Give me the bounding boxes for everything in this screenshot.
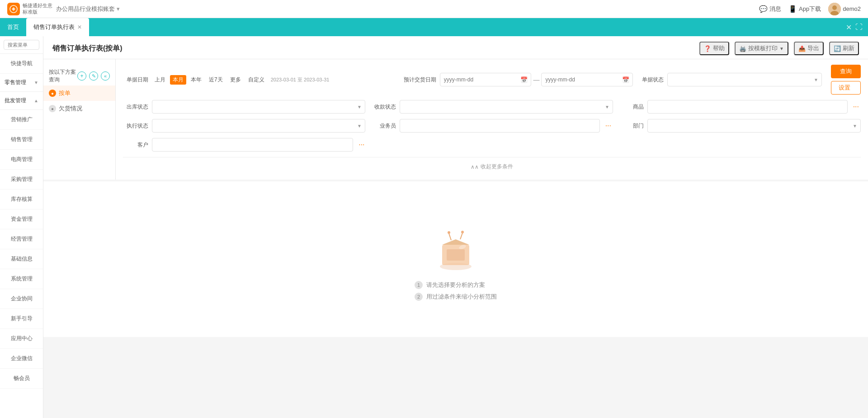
- shipment-status-select-wrapper: ▼: [152, 100, 365, 114]
- sidebar-item-retail-mgmt[interactable]: 零售管理 ▼: [0, 74, 43, 92]
- filter-expected-delivery-field: 预计交货日期 📅 — 📅: [404, 73, 633, 86]
- message-icon: 💬: [759, 5, 768, 13]
- sidebar-item-sales-mgmt[interactable]: 销售管理: [0, 130, 43, 150]
- tab-close-icon[interactable]: ✕: [77, 24, 82, 30]
- goods-more-button[interactable]: ···: [851, 103, 861, 111]
- sidebar-item-ecommerce[interactable]: 电商管理: [0, 150, 43, 170]
- sidebar-item-sales-mgmt-label: 销售管理: [11, 136, 33, 143]
- sidebar: 快捷导航 零售管理 ▼ 批发管理 ▲ 营销推广 销售管理 电商管理 采购管理 库…: [0, 36, 43, 418]
- tab-home-label: 首页: [7, 23, 19, 31]
- date-shortcut-this-month[interactable]: 本月: [170, 75, 186, 85]
- payment-status-select-wrapper: ▼: [400, 100, 613, 114]
- svg-line-9: [449, 233, 451, 240]
- sidebar-item-purchase-mgmt-label: 采购管理: [11, 176, 33, 183]
- sidebar-item-quick-nav[interactable]: 快捷导航: [0, 54, 43, 74]
- sidebar-item-new-user[interactable]: 新手引导: [0, 309, 43, 329]
- refresh-button[interactable]: 🔄 刷新: [829, 42, 859, 55]
- logo-text: 畅捷通好生意 标准版: [23, 3, 52, 14]
- tab-sales-order[interactable]: 销售订单执行表 ✕: [26, 18, 89, 36]
- date-shortcut-last-month[interactable]: 上月: [152, 75, 168, 85]
- tab-home[interactable]: 首页: [0, 18, 26, 36]
- goods-label: 商品: [618, 103, 644, 111]
- help-icon: ❓: [704, 45, 711, 52]
- sidebar-item-inventory[interactable]: 库存核算: [0, 190, 43, 209]
- filter-nav-press-order[interactable]: ● 按单: [43, 86, 115, 101]
- press-order-label: 按单: [59, 89, 71, 97]
- expected-delivery-end-input[interactable]: [541, 73, 633, 86]
- salesperson-more-button[interactable]: ···: [604, 122, 613, 130]
- sidebar-item-ecommerce-label: 电商管理: [11, 156, 33, 163]
- filter-nav-debt[interactable]: ● 欠货情况: [43, 101, 115, 116]
- sidebar-item-system-mgmt[interactable]: 系统管理: [0, 269, 43, 289]
- expected-delivery-start-input[interactable]: [440, 73, 532, 86]
- empty-tip-1: 1 请先选择要分析的方案: [415, 281, 497, 289]
- goods-input[interactable]: [647, 100, 848, 114]
- svg-line-11: [460, 233, 462, 239]
- filter-right-panel: 单据日期 上月 本月 本年 近7天 更多 自定义 2023-03-01 至 20…: [116, 59, 868, 180]
- sidebar-item-system-mgmt-label: 系统管理: [11, 275, 33, 283]
- query-settings-group: 查询 设置: [831, 65, 861, 95]
- refresh-label: 刷新: [843, 44, 854, 52]
- empty-tips: 1 请先选择要分析的方案 2 用过滤条件来缩小分析范围: [415, 281, 497, 301]
- settings-button[interactable]: 设置: [831, 81, 861, 95]
- message-button[interactable]: 💬 消息: [759, 5, 781, 13]
- sidebar-item-enterprise-wechat[interactable]: 企业微信: [0, 349, 43, 369]
- avatar: [828, 3, 841, 15]
- date-shortcut-this-year[interactable]: 本年: [188, 75, 204, 85]
- help-button[interactable]: ❓ 帮助: [699, 42, 729, 55]
- query-button[interactable]: 查询: [831, 65, 861, 78]
- sidebar-item-operations-label: 经营管理: [11, 235, 33, 243]
- sidebar-item-finance[interactable]: 资金管理: [0, 209, 43, 229]
- sidebar-item-wholesale-mgmt[interactable]: 批发管理 ▲: [0, 92, 43, 110]
- date-range-display: 2023-03-01 至 2023-03-31: [271, 76, 330, 83]
- sidebar-item-basic-info[interactable]: 基础信息: [0, 249, 43, 269]
- logo-icon: [7, 3, 20, 15]
- sidebar-item-retail-mgmt-label: 零售管理: [5, 79, 26, 86]
- sidebar-item-app-center[interactable]: 应用中心: [0, 329, 43, 349]
- date-shortcut-7days[interactable]: 近7天: [206, 75, 226, 85]
- template-print-button[interactable]: 🖨️ 按模板打印 ▼: [735, 42, 788, 55]
- sidebar-item-marketing[interactable]: 营销推广: [0, 110, 43, 130]
- export-button[interactable]: 📤 导出: [794, 42, 824, 55]
- payment-status-select[interactable]: [400, 100, 613, 114]
- order-status-select[interactable]: [667, 73, 822, 86]
- collapse-scheme-button[interactable]: «: [101, 71, 110, 81]
- filter-left-header: 按以下方案查询 + ✎ «: [43, 65, 115, 86]
- filter-payment-status-field: 收款状态 ▼: [371, 100, 613, 114]
- filter-left-tools: + ✎ «: [77, 71, 110, 81]
- add-scheme-button[interactable]: +: [77, 71, 86, 81]
- search-input[interactable]: [4, 40, 39, 50]
- sidebar-item-member[interactable]: 畅会员: [0, 369, 43, 389]
- breadcrumb[interactable]: 办公用品行业模拟账套 ▾: [56, 5, 120, 13]
- window-close-button[interactable]: ✕: [846, 23, 852, 32]
- filter-department-field: 部门 ▼: [618, 119, 861, 133]
- sidebar-item-purchase-mgmt[interactable]: 采购管理: [0, 170, 43, 190]
- sidebar-item-inventory-label: 库存核算: [11, 195, 33, 203]
- breadcrumb-arrow-icon: ▾: [117, 5, 120, 12]
- user-menu-button[interactable]: demo2: [828, 3, 861, 15]
- customer-input[interactable]: [152, 138, 353, 152]
- collapse-row: ∧∧ 收起更多条件: [123, 157, 861, 174]
- app-download-button[interactable]: 📱 App下载: [788, 5, 821, 13]
- sidebar-item-basic-info-label: 基础信息: [11, 255, 33, 263]
- sidebar-search-area: [0, 36, 43, 54]
- sidebar-item-operations[interactable]: 经营管理: [0, 229, 43, 249]
- sidebar-item-marketing-label: 营销推广: [11, 116, 33, 124]
- window-expand-button[interactable]: ⛶: [855, 23, 863, 32]
- date-shortcut-custom[interactable]: 自定义: [245, 75, 267, 85]
- wholesale-mgmt-arrow-icon: ▲: [34, 98, 38, 103]
- edit-scheme-button[interactable]: ✎: [89, 71, 98, 81]
- date-shortcut-more[interactable]: 更多: [227, 75, 244, 85]
- shipment-status-select[interactable]: [152, 100, 365, 114]
- page-header: 销售订单执行表(按单) ❓ 帮助 🖨️ 按模板打印 ▼ 📤 导出: [43, 36, 868, 59]
- customer-more-button[interactable]: ···: [357, 141, 366, 149]
- execution-status-select[interactable]: [152, 119, 365, 133]
- template-print-arrow-icon: ▼: [779, 46, 784, 51]
- department-select[interactable]: [647, 119, 861, 133]
- date-shortcuts: 上月 本月 本年 近7天 更多 自定义: [152, 75, 267, 85]
- collapse-button[interactable]: ∧∧ 收起更多条件: [465, 161, 519, 172]
- sidebar-item-enterprise[interactable]: 企业协同: [0, 289, 43, 309]
- refresh-icon: 🔄: [834, 45, 841, 52]
- top-bar: 畅捷通好生意 标准版 办公用品行业模拟账套 ▾ 💬 消息 📱 App下载: [0, 0, 868, 18]
- salesperson-input[interactable]: [400, 119, 600, 133]
